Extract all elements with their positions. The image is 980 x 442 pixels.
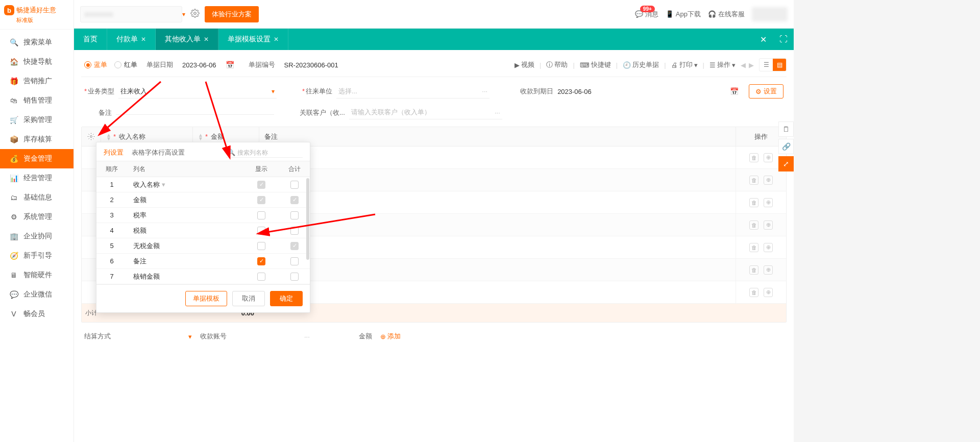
- row-copy-icon[interactable]: ⊕: [764, 220, 773, 230]
- row-delete-icon[interactable]: 🗑: [749, 198, 758, 207]
- sidebar-item-quicknav[interactable]: 🏠快捷导航: [0, 52, 74, 71]
- tab-close-icon[interactable]: ✕: [274, 36, 279, 43]
- tab[interactable]: 其他收入单✕: [156, 29, 218, 50]
- workspace-selector[interactable]: xxxxxxxx: [80, 6, 182, 22]
- sidebar-item-member[interactable]: V畅会员: [0, 304, 74, 324]
- chevron-down-icon[interactable]: ▾: [162, 181, 165, 188]
- sum-checkbox: [290, 181, 299, 189]
- partner-select[interactable]: 选择...···: [336, 85, 489, 99]
- sidebar-item-wechat[interactable]: 💬企业微信: [0, 285, 74, 304]
- shortcut-link[interactable]: ⌨ 快捷键: [580, 60, 611, 69]
- tab-close-icon[interactable]: ✕: [204, 36, 209, 43]
- workspace-chevron-icon[interactable]: ▾: [182, 11, 185, 18]
- show-checkbox[interactable]: [257, 242, 265, 250]
- brand-logo: b: [4, 5, 14, 15]
- online-service-button[interactable]: 🎧 在线客服: [708, 10, 745, 19]
- row-delete-icon[interactable]: 🗑: [749, 153, 758, 162]
- tab[interactable]: 首页: [74, 29, 107, 50]
- popup-tab-columns[interactable]: 列设置: [104, 148, 124, 157]
- due-calendar-icon[interactable]: 📅: [730, 87, 739, 95]
- popup-template-button[interactable]: 单据模板: [185, 291, 227, 306]
- help-link[interactable]: ⓘ 帮助: [546, 60, 568, 69]
- settle-method-chevron-icon[interactable]: ▾: [188, 333, 192, 340]
- column-settings-popup: 列设置 表格字体行高设置 🔍 顺序 列名 显示 合计 1收入名称 ▾✓2金额✓✓…: [96, 142, 310, 313]
- prev-doc-icon[interactable]: ◀: [741, 61, 746, 69]
- view-list-icon[interactable]: ☰: [760, 59, 773, 71]
- row-copy-icon[interactable]: ⊕: [764, 288, 773, 297]
- tab[interactable]: 付款单✕: [107, 29, 156, 50]
- tab[interactable]: 单据模板设置✕: [218, 29, 288, 50]
- doc-date-value[interactable]: 2023-06-06: [182, 61, 216, 69]
- app-download-button[interactable]: 📱 App下载: [666, 10, 701, 19]
- popup-column-row: 6备注✓: [96, 254, 310, 269]
- sidebar-item-inventory[interactable]: 📦库存核算: [0, 130, 74, 149]
- biz-type-select[interactable]: 往来收入▾: [118, 85, 277, 99]
- popup-scrollbar[interactable]: [306, 178, 309, 260]
- sales-icon: 🛍: [9, 96, 18, 105]
- popup-cancel-button[interactable]: 取消: [232, 291, 265, 306]
- popup-ok-button[interactable]: 确定: [270, 291, 303, 306]
- sidebar-item-basic[interactable]: 🗂基础信息: [0, 188, 74, 207]
- sidebar-item-funds[interactable]: 💰资金管理: [0, 149, 74, 168]
- row-copy-icon[interactable]: ⊕: [764, 176, 773, 185]
- sidebar-item-operation[interactable]: 📊经营管理: [0, 168, 74, 188]
- show-checkbox[interactable]: [257, 273, 265, 281]
- print-link[interactable]: 🖨 打印 ▾: [671, 60, 698, 69]
- sum-checkbox[interactable]: ✓: [290, 242, 299, 250]
- show-checkbox[interactable]: [257, 227, 265, 235]
- row-delete-icon[interactable]: 🗑: [749, 288, 758, 297]
- message-badge: 99+: [640, 6, 655, 12]
- sidebar-item-system[interactable]: ⚙系统管理: [0, 207, 74, 227]
- settle-account-more-icon[interactable]: ···: [304, 333, 310, 340]
- popup-search-input[interactable]: [237, 149, 299, 156]
- next-doc-icon[interactable]: ▶: [749, 61, 754, 69]
- settings-button[interactable]: ⚙ 设置: [749, 84, 783, 99]
- view-detail-icon[interactable]: ▤: [773, 59, 786, 71]
- messages-button[interactable]: 💬 消息 99+: [635, 10, 658, 19]
- gear-icon[interactable]: [190, 9, 200, 19]
- user-avatar[interactable]: [752, 7, 788, 21]
- row-delete-icon[interactable]: 🗑: [749, 176, 758, 185]
- row-copy-icon[interactable]: ⊕: [764, 243, 773, 252]
- sidebar-item-search[interactable]: 🔍搜索菜单: [0, 33, 74, 52]
- tabs-close-all-icon[interactable]: ✕: [753, 29, 773, 50]
- radio-blue[interactable]: 蓝单: [84, 60, 107, 69]
- headset-icon: 🎧: [708, 10, 716, 18]
- row-copy-icon[interactable]: ⊕: [764, 198, 773, 207]
- show-checkbox[interactable]: ✓: [257, 196, 265, 204]
- sidebar-item-collab[interactable]: 🏢企业协同: [0, 227, 74, 246]
- calendar-icon[interactable]: 📅: [226, 61, 234, 69]
- experience-button[interactable]: 体验行业方案: [205, 6, 259, 22]
- settle-add-button[interactable]: ⊕ 添加: [380, 332, 401, 341]
- sidebar-item-label: 智能硬件: [23, 271, 52, 280]
- history-link[interactable]: 🕘 历史单据: [623, 60, 659, 69]
- due-date-value[interactable]: 2023-06-06: [557, 88, 592, 95]
- tabs-fullscreen-icon[interactable]: ⛶: [773, 29, 794, 50]
- basic-icon: 🗂: [9, 193, 18, 202]
- sidebar-item-guide[interactable]: 🧭新手引导: [0, 246, 74, 265]
- row-delete-icon[interactable]: 🗑: [749, 220, 758, 230]
- remark-input[interactable]: [116, 110, 274, 115]
- video-link[interactable]: ▶ 视频: [514, 60, 534, 69]
- sidebar-item-purchase[interactable]: 🛒采购管理: [0, 110, 74, 130]
- link-customer-input[interactable]: 请输入关联客户（收入单）···: [349, 106, 502, 119]
- row-copy-icon[interactable]: ⊕: [764, 153, 773, 162]
- popup-tab-font[interactable]: 表格字体行高设置: [132, 148, 185, 157]
- operate-link[interactable]: ☰ 操作 ▾: [709, 60, 736, 69]
- sidebar-item-hardware[interactable]: 🖥智能硬件: [0, 265, 74, 285]
- sidebar-item-marketing[interactable]: 🎁营销推广: [0, 71, 74, 91]
- dock-note-icon[interactable]: 🗒: [778, 121, 794, 137]
- sum-checkbox[interactable]: ✓: [290, 196, 299, 204]
- show-checkbox[interactable]: ✓: [257, 257, 265, 265]
- row-delete-icon[interactable]: 🗑: [749, 243, 758, 252]
- radio-red[interactable]: 红单: [114, 60, 137, 69]
- tab-close-icon[interactable]: ✕: [141, 36, 146, 43]
- row-delete-icon[interactable]: 🗑: [749, 265, 758, 275]
- dock-link-icon[interactable]: 🔗: [778, 139, 794, 154]
- settlement-row: 结算方式 ▾ 收款账号 ··· 金额 ⊕ 添加: [81, 323, 787, 350]
- show-checkbox[interactable]: [257, 211, 265, 219]
- show-checkbox[interactable]: ✓: [257, 181, 265, 189]
- dock-expand-icon[interactable]: ⤢: [778, 156, 794, 171]
- row-copy-icon[interactable]: ⊕: [764, 265, 773, 275]
- sidebar-item-sales[interactable]: 🛍销售管理: [0, 91, 74, 110]
